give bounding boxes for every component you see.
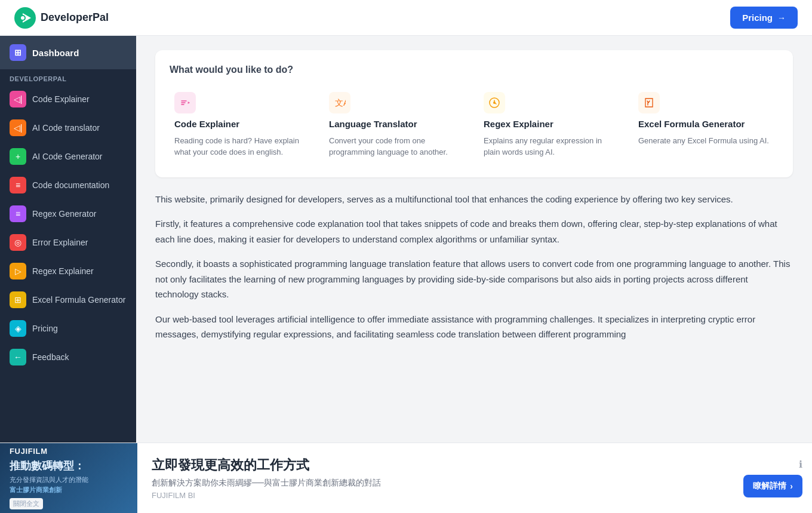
- sidebar-item-label: Feedback: [32, 352, 69, 362]
- top-navigation: DeveloperPal Pricing →: [0, 0, 812, 36]
- excel-formula-generator-feature-desc: Generate any Excel Formula using AI.: [638, 135, 774, 147]
- description-para-1: This website, primarily designed for dev…: [155, 192, 793, 207]
- ai-code-generator-icon: +: [10, 148, 26, 165]
- code-explainer-feature-name: Code Explainer: [174, 118, 310, 130]
- ad-content-area: 立即發現更高效的工作方式 創新解決方案助你未雨綢繆──與富士膠片商業創新總裁的對…: [137, 443, 716, 513]
- app-layout: ⊞ Dashboard DeveloperPal ◁| Code Explain…: [0, 36, 812, 513]
- excel-formula-generator-feature-name: Excel Formula Generator: [638, 118, 774, 130]
- sidebar-item-feedback[interactable]: ← Feedback: [0, 343, 136, 371]
- ad-image-area: FUJIFILM 推動數碼轉型： 充分發揮資訊與人才的潛能 富士膠片商業創新 關…: [0, 443, 137, 513]
- sidebar-item-label: AI Code Generator: [32, 152, 103, 161]
- sidebar-item-label: Pricing: [32, 324, 58, 333]
- regex-explainer-icon: ▷: [10, 263, 26, 279]
- regex-generator-icon: ≡: [10, 205, 26, 222]
- feature-card-title: What would you like to do?: [170, 64, 779, 75]
- regex-explainer-feature-desc: Explains any regular expression in plain…: [484, 135, 619, 158]
- language-translator-feature-desc: Convert your code from one programming l…: [329, 135, 465, 158]
- feature-card: What would you like to do? Code Explaine…: [155, 50, 793, 177]
- ad-banner: FUJIFILM 推動數碼轉型： 充分發揮資訊與人才的潛能 富士膠片商業創新 關…: [0, 443, 812, 513]
- dashboard-icon: ⊞: [10, 44, 26, 61]
- description-para-2: Firstly, it features a comprehensive cod…: [155, 216, 793, 247]
- ad-info-icon: ℹ: [799, 459, 802, 470]
- feedback-icon: ←: [10, 349, 26, 365]
- language-translator-feature-icon: 文A: [329, 92, 350, 113]
- sidebar-item-label: Regex Generator: [32, 209, 96, 219]
- sidebar-item-error-explainer[interactable]: ◎ Error Explainer: [0, 228, 136, 257]
- sidebar-item-label: Code Explainer: [32, 94, 90, 104]
- regex-explainer-feature-icon: [484, 92, 505, 113]
- excel-formula-generator-feature-icon: [638, 92, 660, 113]
- pricing-icon: ◈: [10, 320, 26, 337]
- regex-explainer-feature-name: Regex Explainer: [484, 118, 619, 130]
- svg-point-3: [21, 16, 24, 20]
- sidebar-item-label: Excel Formula Generator: [32, 295, 125, 305]
- sidebar-item-code-explainer[interactable]: ◁| Code Explainer: [0, 85, 136, 113]
- logo-icon: [14, 7, 36, 29]
- main-content: What would you like to do? Code Explaine…: [136, 36, 812, 513]
- sidebar-item-label: Error Explainer: [32, 238, 88, 247]
- feature-item-regex-explainer[interactable]: Regex Explainer Explains any regular exp…: [479, 87, 624, 163]
- sidebar-item-label: AI Code translator: [32, 123, 100, 133]
- feature-item-language-translator[interactable]: 文A Language Translator Convert your code…: [324, 87, 469, 163]
- sidebar-item-regex-generator[interactable]: ≡ Regex Generator: [0, 199, 136, 228]
- feature-grid: Code Explainer Reading code is hard? Hav…: [170, 87, 779, 163]
- excel-formula-generator-icon: ⊞: [10, 291, 26, 308]
- sidebar-item-label: Regex Explainer: [32, 266, 94, 276]
- ad-action-area: ℹ 瞭解詳情 ›: [716, 443, 812, 513]
- ad-content-brand: FUJIFILM BI: [152, 491, 702, 500]
- svg-point-7: [493, 102, 496, 104]
- ad-content-sub: 創新解決方案助你未雨綢繆──與富士膠片商業創新總裁的對話: [152, 478, 702, 489]
- code-explainer-feature-desc: Reading code is hard? Have explain what …: [174, 135, 310, 158]
- ad-learn-more-button[interactable]: 瞭解詳情 ›: [743, 475, 802, 497]
- ad-content-title: 立即發現更高效的工作方式: [152, 456, 702, 474]
- sidebar-item-excel-formula-generator[interactable]: ⊞ Excel Formula Generator: [0, 285, 136, 314]
- ad-brand-zh: 富士膠片商業創新: [10, 486, 62, 494]
- ad-close-button[interactable]: 關閉全文: [10, 498, 43, 509]
- sidebar-item-dashboard[interactable]: ⊞ Dashboard: [0, 36, 136, 69]
- ad-sub-zh: 充分發揮資訊與人才的潛能: [10, 475, 88, 484]
- code-documentation-icon: ≡: [10, 177, 26, 193]
- sidebar-item-ai-code-translator[interactable]: ◁| AI Code translator: [0, 113, 136, 142]
- logo-area[interactable]: DeveloperPal: [14, 7, 109, 29]
- sidebar-section-label: DeveloperPal: [0, 69, 136, 85]
- ad-fuji-logo: FUJIFILM: [10, 447, 48, 456]
- sidebar-item-pricing[interactable]: ◈ Pricing: [0, 314, 136, 343]
- feature-item-excel-formula-generator[interactable]: Excel Formula Generator Generate any Exc…: [633, 87, 779, 163]
- sidebar-item-regex-explainer[interactable]: ▷ Regex Explainer: [0, 257, 136, 285]
- sidebar-item-ai-code-generator[interactable]: + AI Code Generator: [0, 142, 136, 171]
- error-explainer-icon: ◎: [10, 234, 26, 251]
- code-explainer-icon: ◁|: [10, 91, 26, 107]
- feature-item-code-explainer[interactable]: Code Explainer Reading code is hard? Hav…: [170, 87, 315, 163]
- sidebar: ⊞ Dashboard DeveloperPal ◁| Code Explain…: [0, 36, 136, 513]
- description-para-4: Our web-based tool leverages artificial …: [155, 312, 793, 342]
- sidebar-item-label: Code documentation: [32, 180, 109, 190]
- sidebar-item-code-documentation[interactable]: ≡ Code documentation: [0, 171, 136, 199]
- logo-text: DeveloperPal: [41, 11, 109, 24]
- description-para-3: Secondly, it boasts a sophisticated prog…: [155, 256, 793, 302]
- language-translator-feature-name: Language Translator: [329, 118, 465, 130]
- pricing-nav-button[interactable]: Pricing →: [730, 7, 798, 29]
- ai-code-translator-icon: ◁|: [10, 119, 26, 136]
- code-explainer-feature-icon: [174, 92, 196, 113]
- svg-text:文A: 文A: [335, 98, 346, 107]
- ad-headline-zh: 推動數碼轉型：: [10, 459, 85, 473]
